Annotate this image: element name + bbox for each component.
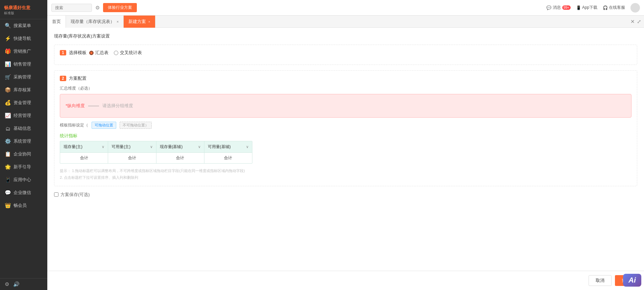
tab-inventory-close[interactable]: ×: [117, 20, 119, 24]
nav-label-search: 搜索菜单: [14, 23, 31, 29]
radio-cross[interactable]: 交叉统计表: [114, 50, 142, 56]
step2-badge: 2: [60, 76, 66, 81]
content-area: 现存量(库存状况表)方案设置 1 选择模板 汇总表 交叉统计表: [47, 28, 644, 271]
app-title: 畅康通好生意: [4, 5, 43, 11]
sidebar-bottom: ⚙ 🔊: [0, 278, 47, 290]
indicator-row: 模板指标设定（ 可拖动位置 不可拖动位置）: [60, 122, 631, 129]
nav-icon-search: 🔍: [5, 23, 11, 29]
message-badge: 99+: [562, 5, 571, 10]
stats-table-header: 现存量(主) ∨ 可用量(主) ∨ 现存量(基辅) ∨ 可用量(基辅) ∨: [60, 141, 252, 152]
tab-home[interactable]: 首页: [47, 16, 66, 28]
col-header-label-1: 可用量(主): [112, 144, 130, 150]
col-header-label-2: 现存量(基辅): [160, 144, 183, 150]
nav-icon-member: 👑: [5, 202, 11, 209]
col-arrow-2[interactable]: ∨: [198, 145, 201, 149]
tab-new-plan[interactable]: 新建方案 ×: [124, 16, 155, 28]
sidebar-item-purchase[interactable]: 🛒采购管理: [0, 71, 47, 83]
col-header-0[interactable]: 现存量(主) ∨: [60, 141, 108, 152]
close-icon[interactable]: ✕: [630, 19, 635, 25]
dim-required-text: *纵向维度: [66, 103, 85, 109]
sidebar-item-finance[interactable]: 💰资金管理: [0, 96, 47, 109]
nav-icon-newbie: 🌟: [5, 164, 11, 170]
trial-button[interactable]: 体验行业方案: [103, 3, 137, 12]
sidebar-item-sales[interactable]: 📊销售管理: [0, 58, 47, 71]
col-header-1[interactable]: 可用量(主) ∨: [108, 141, 156, 152]
save-checkbox[interactable]: [54, 192, 58, 197]
section-plan-config: 2 方案配置 汇总维度（必选） *纵向维度 —— 请选择分组维度 模板指标设定（…: [54, 70, 637, 186]
nav-icon-basic-info: 🗂: [5, 126, 11, 131]
expand-icon[interactable]: ⤢: [637, 19, 641, 25]
ai-button[interactable]: Ai: [623, 274, 641, 287]
stats-label: 统计指标: [60, 133, 631, 139]
nav-icon-operations: 📈: [5, 113, 11, 119]
nav-icon-quick-nav: ⚡: [5, 35, 11, 42]
nav-icon-app-center: 📱: [5, 177, 11, 183]
nodrag-indicator: 不可拖动位置）: [120, 122, 152, 129]
radio-cross-input[interactable]: [114, 51, 118, 55]
tabs-right: ✕ ⤢: [628, 19, 644, 25]
sidebar-item-newbie[interactable]: 🌟新手引导: [0, 161, 47, 173]
col-arrow-0[interactable]: ∨: [102, 145, 104, 149]
col-header-label-3: 可用量(基辅): [208, 144, 231, 150]
sidebar-item-quick-nav[interactable]: ⚡快捷导航: [0, 32, 47, 45]
col-header-3[interactable]: 可用量(基辅) ∨: [204, 141, 252, 152]
sidebar-nav: 🔍搜索菜单⚡快捷导航🎁营销推广📊销售管理🛒采购管理📦库存核算💰资金管理📈经营管理…: [0, 19, 47, 278]
tab-new-plan-label: 新建方案: [128, 19, 146, 25]
service-button[interactable]: 🎧 在线客服: [603, 5, 625, 10]
col-header-2[interactable]: 现存量(基辅) ∨: [156, 141, 204, 152]
sidebar-item-system[interactable]: ⚙️系统管理: [0, 135, 47, 148]
step2-title: 方案配置: [69, 75, 86, 81]
step1-badge: 1: [60, 50, 66, 55]
tab-home-label: 首页: [52, 19, 61, 25]
draggable-indicator: 可拖动位置: [92, 122, 116, 129]
sidebar-logo: 畅康通好生意 标准版: [0, 0, 47, 19]
tips: 提示： 1.拖动标题栏可以调整布局，不可跨维度或指标区域拖动栏目字段(只能在同一…: [60, 168, 631, 181]
col-arrow-1[interactable]: ∨: [150, 145, 153, 149]
sidebar-item-basic-info[interactable]: 🗂基础信息: [0, 122, 47, 135]
nav-label-contract: 企业协同: [14, 151, 31, 157]
sidebar-item-operations[interactable]: 📈经营管理: [0, 109, 47, 122]
nav-icon-finance: 💰: [5, 100, 11, 106]
sidebar-item-contract[interactable]: 📋企业协同: [0, 148, 47, 161]
sidebar-item-search[interactable]: 🔍搜索菜单: [0, 19, 47, 32]
settings-icon[interactable]: ⚙: [5, 281, 9, 287]
sidebar-item-member[interactable]: 👑畅会员: [0, 199, 47, 212]
nav-label-member: 畅会员: [14, 202, 27, 209]
bottom-bar: 取消 查询: [47, 271, 644, 290]
cancel-button[interactable]: 取消: [589, 275, 612, 286]
section2-header: 2 方案配置: [60, 75, 631, 81]
nav-icon-wechat: 💬: [5, 190, 11, 196]
radio-summary-input[interactable]: [89, 51, 94, 55]
app-label: App下载: [582, 5, 597, 10]
sidebar: 畅康通好生意 标准版 🔍搜索菜单⚡快捷导航🎁营销推广📊销售管理🛒采购管理📦库存核…: [0, 0, 47, 290]
sidebar-item-wechat[interactable]: 💬企业微信: [0, 186, 47, 199]
message-button[interactable]: 💬 消息 99+: [546, 5, 571, 10]
nav-label-operations: 经营管理: [14, 113, 31, 119]
sidebar-item-inventory[interactable]: 📦库存核算: [0, 83, 47, 96]
speaker-icon[interactable]: 🔊: [13, 281, 20, 287]
tab-inventory[interactable]: 现存量（库存状况表） ×: [66, 16, 124, 28]
user-avatar[interactable]: [630, 3, 640, 13]
step1-title: 选择模板: [69, 50, 86, 56]
app-download-button[interactable]: 📱 App下载: [576, 5, 597, 10]
dimension-area[interactable]: *纵向维度 —— 请选择分组维度: [60, 94, 631, 118]
col-arrow-3[interactable]: ∨: [246, 145, 249, 149]
topbar: ⚙ 体验行业方案 💬 消息 99+ 📱 App下载 🎧 在线客服: [47, 0, 644, 16]
nav-icon-purchase: 🛒: [5, 74, 11, 80]
search-input[interactable]: [51, 4, 92, 12]
nav-label-system: 系统管理: [14, 138, 31, 144]
sidebar-item-app-center[interactable]: 📱应用中心: [0, 173, 47, 186]
radio-summary-label: 汇总表: [95, 50, 108, 56]
app-subtitle: 标准版: [4, 11, 43, 16]
headphone-icon: 🎧: [603, 5, 608, 10]
nav-icon-system: ⚙️: [5, 138, 11, 144]
gear-icon[interactable]: ⚙: [95, 5, 100, 11]
tab-new-plan-close[interactable]: ×: [148, 20, 150, 24]
stats-table: 现存量(主) ∨ 可用量(主) ∨ 现存量(基辅) ∨ 可用量(基辅) ∨: [60, 141, 252, 164]
nav-label-inventory: 库存核算: [14, 87, 31, 93]
radio-summary[interactable]: 汇总表: [89, 50, 108, 56]
sidebar-item-marketing[interactable]: 🎁营销推广: [0, 45, 47, 58]
nav-icon-sales: 📊: [5, 61, 11, 67]
save-label: 方案保存(可选): [60, 192, 90, 198]
nav-label-app-center: 应用中心: [14, 177, 31, 183]
